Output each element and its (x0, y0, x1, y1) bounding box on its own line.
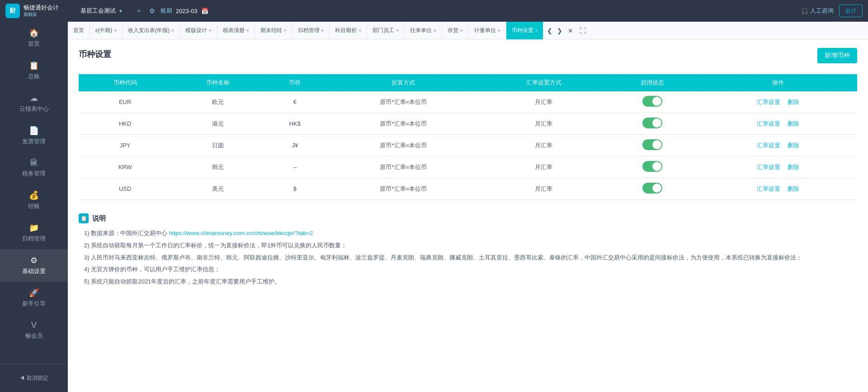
col-status: 启用状态 (606, 74, 698, 91)
table-header: 币种代码 币种名称 币符 折算方式 汇率设置方式 启用状态 操作 (79, 74, 857, 91)
status-toggle[interactable] (642, 118, 662, 128)
logo-area: 财 畅捷通好会计 旗舰版 (5, 4, 73, 18)
unpin-button[interactable]: ◀ 取消固定 (0, 370, 68, 387)
close-icon[interactable]: × (359, 28, 361, 33)
cell-rate-type: 月汇率 (481, 113, 606, 135)
tab-subject-initial[interactable]: 科目期初 × (330, 22, 367, 39)
sidebar-item-label: 税务管理 (22, 170, 46, 178)
close-icon[interactable]: × (246, 28, 249, 33)
rate-settings-link[interactable]: 汇率设置 (757, 164, 780, 170)
tab-tax-table[interactable]: 税表清册 × (217, 22, 255, 39)
rate-settings-link[interactable]: 汇率设置 (757, 142, 780, 149)
delete-link[interactable]: 删除 (788, 164, 799, 170)
account-button[interactable]: 会计 (839, 5, 863, 17)
rate-settings-link[interactable]: 汇率设置 (757, 99, 780, 105)
cell-name: 韩元 (171, 156, 264, 178)
toggle-wrap (642, 183, 662, 194)
col-calc: 折算方式 (326, 74, 481, 91)
cell-code: EUR (79, 91, 171, 113)
delete-link[interactable]: 删除 (788, 185, 799, 192)
expand-button[interactable]: ⛶ (577, 26, 589, 35)
table-header-row: 币种代码 币种名称 币符 折算方式 汇率设置方式 启用状态 操作 (79, 74, 857, 91)
cell-actions: 汇率设置 删除 (699, 113, 857, 135)
calendar-icon[interactable]: 📅 (201, 8, 208, 14)
status-toggle[interactable] (642, 139, 662, 150)
sidebar-item-label: 总账 (28, 72, 40, 80)
page-title: 币种设置 (79, 49, 111, 60)
cell-status (606, 178, 698, 200)
sidebar-item-member[interactable]: V 畅会员 (0, 314, 68, 346)
notes-link[interactable]: https://www.chinamoney.com.cn/chinese/bk… (169, 230, 313, 236)
tab-unit[interactable]: 计量单位 × (469, 22, 506, 39)
col-actions: 操作 (699, 74, 857, 91)
consultation-button[interactable]: 🎧 人工咨询 (801, 7, 834, 15)
tab-department[interactable]: 部门员工 × (367, 22, 405, 39)
close-icon[interactable]: × (498, 28, 500, 33)
close-icon[interactable]: × (114, 28, 117, 33)
table-row: KRW 韩元 -- 原币*汇率=本位币 月汇率 汇率设置 删除 (79, 156, 857, 178)
close-all-button[interactable]: ✕ (565, 26, 576, 35)
add-icon[interactable]: ＋ (134, 5, 144, 17)
sidebar-item-label: 发票管理 (22, 137, 46, 146)
close-icon[interactable]: × (284, 28, 287, 33)
close-icon[interactable]: × (434, 28, 436, 33)
close-icon[interactable]: × (460, 28, 463, 33)
settings-icon[interactable]: ⚙ (147, 5, 157, 16)
tab-label: 存货 (448, 27, 458, 34)
main-layout: 🏠 首页 📋 总账 ☁ 云报表中心 📄 发票管理 🏛 税务管理 💰 结账 (0, 22, 868, 392)
status-toggle[interactable] (642, 161, 662, 172)
delete-link[interactable]: 删除 (788, 142, 799, 149)
cell-actions: 汇率设置 删除 (699, 156, 857, 178)
status-toggle[interactable] (642, 183, 662, 194)
cell-actions: 汇率设置 删除 (699, 135, 857, 156)
cell-name: 日圆 (171, 135, 264, 156)
table-body: EUR 欧元 € 原币*汇率=本位币 月汇率 汇率设置 删除 HKD 港元 HK… (79, 91, 857, 200)
close-icon[interactable]: × (321, 28, 324, 33)
close-icon[interactable]: × (209, 28, 212, 33)
workspace-selector[interactable]: 基层工会测试 ▼ (77, 5, 127, 17)
tab-inventory[interactable]: 存货 × (442, 22, 469, 39)
sidebar-item-reports[interactable]: ☁ 云报表中心 (0, 87, 68, 119)
home-icon: 🏠 (29, 28, 39, 38)
cell-code: USD (79, 178, 171, 200)
close-icon[interactable]: × (535, 28, 538, 33)
tab-currency[interactable]: 币种设置 × (506, 22, 544, 39)
delete-link[interactable]: 删除 (788, 120, 799, 127)
toggle-wrap (642, 96, 662, 107)
rate-settings-link[interactable]: 汇率设置 (757, 120, 780, 127)
sidebar-item-basic-settings[interactable]: ⚙ 基础设置 (0, 249, 68, 282)
cell-name: 港元 (171, 113, 264, 135)
tax-icon: 🏛 (30, 158, 38, 168)
cell-symbol: J¥ (264, 135, 326, 156)
delete-link[interactable]: 删除 (788, 99, 799, 105)
sidebar-item-tax[interactable]: 🏛 税务管理 (0, 152, 68, 184)
member-icon: V (31, 321, 37, 330)
tab-template-design[interactable]: 模版设计 × (180, 22, 217, 39)
next-tab-button[interactable]: ❯ (555, 26, 564, 35)
new-currency-button[interactable]: 新增币种 (817, 48, 857, 63)
prev-tab-button[interactable]: ❮ (545, 26, 554, 35)
tab-period-close[interactable]: 期末结转 × (255, 22, 292, 39)
tab-archive[interactable]: 归档管理 × (292, 22, 330, 39)
cell-calc: 原币*汇率=本位币 (326, 91, 481, 113)
cell-code: JPY (79, 135, 171, 156)
close-icon[interactable]: × (171, 28, 174, 33)
tab-income-report[interactable]: 收入支出表(年报) × (123, 22, 180, 39)
close-icon[interactable]: × (396, 28, 399, 33)
sidebar-item-ledger[interactable]: 📋 总账 (0, 54, 68, 87)
sidebar-item-archive[interactable]: 📁 归档管理 (0, 217, 68, 249)
sidebar-item-invoice[interactable]: 📄 发票管理 (0, 119, 68, 152)
cell-name: 欧元 (171, 91, 264, 113)
rate-settings-link[interactable]: 汇率设置 (757, 185, 780, 192)
sidebar-item-label: 新手引导 (22, 300, 46, 308)
note-item: 1) 数据来源：中国外汇交易中心 https://www.chinamoney.… (82, 229, 857, 238)
sidebar-item-home[interactable]: 🏠 首页 (0, 22, 68, 54)
headset-icon: 🎧 (801, 8, 808, 14)
status-toggle[interactable] (642, 96, 662, 107)
top-header: 财 畅捷通好会计 旗舰版 基层工会测试 ▼ ＋ ⚙ 账期 2023-03 📅 🎧… (0, 0, 868, 22)
tab-contacts[interactable]: 往来单位 × (405, 22, 442, 39)
tab-midterm[interactable]: ε(中期) × (90, 22, 123, 39)
sidebar-item-closing[interactable]: 💰 结账 (0, 184, 68, 217)
tab-home[interactable]: 首页 (68, 22, 90, 39)
sidebar-item-guide[interactable]: 🚀 新手引导 (0, 282, 68, 314)
